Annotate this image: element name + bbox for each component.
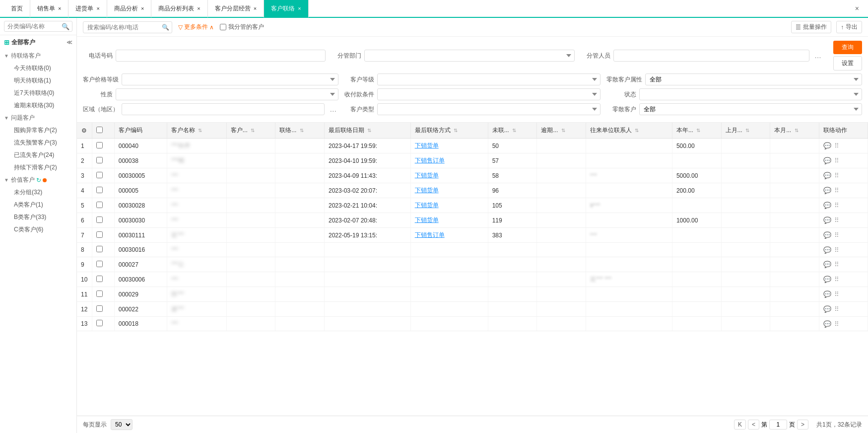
tab-customer-segment-close[interactable]: × xyxy=(254,5,257,11)
sidebar-item-abnormal[interactable]: 囤购异常客户(2) xyxy=(0,124,76,137)
row-check[interactable] xyxy=(92,168,114,183)
first-page-btn[interactable]: K xyxy=(734,420,746,430)
my-customers-checkbox[interactable] xyxy=(220,24,226,30)
sidebar-item-tomorrow-pending[interactable]: 明天待联络(1) xyxy=(0,74,76,87)
status-select[interactable] xyxy=(639,88,862,100)
tab-sales[interactable]: 销售单 × xyxy=(30,0,68,17)
prev-page-btn[interactable]: < xyxy=(748,420,759,430)
reset-button[interactable]: 设置 xyxy=(833,56,862,71)
more-icon[interactable]: ⠿ xyxy=(834,276,839,283)
sidebar-item-declining[interactable]: 持续下滑客户(2) xyxy=(0,161,76,174)
sidebar-item-b-class[interactable]: B类客户(33) xyxy=(0,211,76,223)
page-input[interactable] xyxy=(769,420,787,430)
next-page-btn[interactable]: > xyxy=(797,420,808,430)
sidebar-group-problem[interactable]: ▼ 问题客户 xyxy=(0,112,76,124)
retail-attr-select[interactable]: 全部 xyxy=(645,73,862,85)
more-icon[interactable]: ⠿ xyxy=(834,216,839,224)
comment-icon[interactable]: 💬 xyxy=(823,202,831,209)
more-icon[interactable]: ⠿ xyxy=(834,202,839,209)
comment-icon[interactable]: 💬 xyxy=(823,276,831,283)
row-check[interactable] xyxy=(92,287,114,302)
staff-input[interactable] xyxy=(613,50,809,62)
row-check[interactable] xyxy=(92,183,114,198)
comment-icon[interactable]: 💬 xyxy=(823,305,831,313)
sidebar-item-ungroup[interactable]: 未分组(32) xyxy=(0,186,76,199)
gear-th[interactable]: ⚙ xyxy=(77,123,92,139)
row-check[interactable] xyxy=(92,243,114,257)
region-input[interactable] xyxy=(122,103,325,115)
row-check[interactable] xyxy=(92,272,114,287)
tab-purchase[interactable]: 进货单 × xyxy=(68,0,107,17)
filter-search-icon[interactable]: 🔍 xyxy=(162,24,169,31)
my-customers-checkbox-label[interactable]: 我分管的客户 xyxy=(220,23,264,31)
comment-icon[interactable]: 💬 xyxy=(823,290,831,298)
batch-ops-btn[interactable]: ☰ 批量操作 xyxy=(791,21,831,33)
sidebar-item-churn-warning[interactable]: 流失预警客户(3) xyxy=(0,137,76,149)
per-page-select[interactable]: 50 xyxy=(111,419,133,430)
more-icon[interactable]: ⠿ xyxy=(834,157,839,164)
more-icon[interactable]: ⠿ xyxy=(834,142,839,149)
tab-sales-close[interactable]: × xyxy=(58,5,61,11)
row-check[interactable] xyxy=(92,228,114,243)
more-icon[interactable]: ⠿ xyxy=(834,231,839,239)
more-icon[interactable]: ⠿ xyxy=(834,187,839,194)
retail-customer-select[interactable]: 全部 xyxy=(639,103,862,115)
filter-search-input[interactable] xyxy=(83,21,172,33)
comment-icon[interactable]: 💬 xyxy=(823,320,831,328)
customer-level-select[interactable] xyxy=(377,73,600,85)
staff-more-btn[interactable]: … xyxy=(812,52,823,60)
sidebar-search-icon[interactable]: 🔍 xyxy=(62,23,69,30)
tab-purchase-close[interactable]: × xyxy=(96,5,99,11)
tab-home[interactable]: 首页 xyxy=(4,0,30,17)
row-check[interactable] xyxy=(92,198,114,213)
comment-icon[interactable]: 💬 xyxy=(823,231,831,239)
sidebar-item-c-class[interactable]: C类客户(6) xyxy=(0,223,76,236)
tab-customer-segment[interactable]: 客户分层经营 × xyxy=(208,0,264,17)
row-check[interactable] xyxy=(92,317,114,331)
sidebar-item-churned[interactable]: 已流失客户(24) xyxy=(0,149,76,161)
query-button[interactable]: 查询 xyxy=(833,41,862,54)
comment-icon[interactable]: 💬 xyxy=(823,216,831,224)
more-icon[interactable]: ⠿ xyxy=(834,320,839,328)
export-btn[interactable]: ↑ 导出 xyxy=(836,21,862,33)
tab-product-analysis-close[interactable]: × xyxy=(141,5,144,11)
nature-select[interactable] xyxy=(116,88,338,100)
all-customers-header[interactable]: ⊞ 全部客户 ≪ xyxy=(0,35,76,50)
phone-input[interactable] xyxy=(116,50,326,62)
more-icon[interactable]: ⠿ xyxy=(834,305,839,313)
tab-customer-contact[interactable]: 客户联络 × xyxy=(264,0,308,17)
payment-select[interactable] xyxy=(377,88,600,100)
tab-customer-contact-close[interactable]: × xyxy=(298,5,301,11)
more-icon[interactable]: ⠿ xyxy=(834,261,839,268)
more-icon[interactable]: ⠿ xyxy=(834,172,839,179)
row-check[interactable] xyxy=(92,302,114,317)
comment-icon[interactable]: 💬 xyxy=(823,246,831,254)
region-more-btn[interactable]: … xyxy=(328,105,338,113)
check-th[interactable] xyxy=(92,123,114,139)
tab-product-analysis-list[interactable]: 商品分析列表 × xyxy=(151,0,207,17)
more-conditions-btn[interactable]: ▽ 更多条件 ∧ xyxy=(178,23,214,31)
sidebar-item-7day-pending[interactable]: 近7天待联络(0) xyxy=(0,87,76,99)
select-all-checkbox[interactable] xyxy=(96,127,103,133)
sidebar-group-pending[interactable]: ▼ 待联络客户 xyxy=(0,50,76,62)
price-level-select[interactable] xyxy=(122,73,338,85)
refresh-icon[interactable]: ↻ xyxy=(36,177,41,184)
comment-icon[interactable]: 💬 xyxy=(823,142,831,149)
sidebar-item-a-class[interactable]: A类客户(1) xyxy=(0,199,76,211)
comment-icon[interactable]: 💬 xyxy=(823,172,831,179)
tab-product-analysis[interactable]: 商品分析 × xyxy=(107,0,151,17)
sidebar-item-today-pending[interactable]: 今天待联络(0) xyxy=(0,62,76,74)
comment-icon[interactable]: 💬 xyxy=(823,187,831,194)
row-check[interactable] xyxy=(92,213,114,228)
collapse-icon[interactable]: ≪ xyxy=(67,39,72,46)
more-icon[interactable]: ⠿ xyxy=(834,290,839,298)
dept-select[interactable] xyxy=(364,50,574,62)
customer-type-select[interactable] xyxy=(377,103,600,115)
row-check[interactable] xyxy=(92,153,114,168)
comment-icon[interactable]: 💬 xyxy=(823,157,831,164)
sidebar-item-overdue-pending[interactable]: 逾期未联络(30) xyxy=(0,99,76,112)
comment-icon[interactable]: 💬 xyxy=(823,261,831,268)
row-check[interactable] xyxy=(92,257,114,272)
tab-product-analysis-list-close[interactable]: × xyxy=(197,5,200,11)
row-check[interactable] xyxy=(92,139,114,153)
